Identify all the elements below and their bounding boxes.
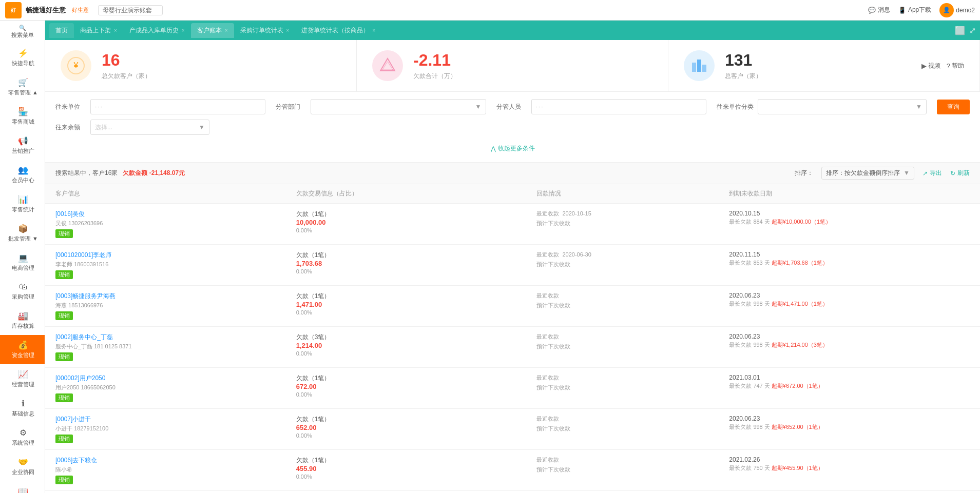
overdue-link-6[interactable]: 超期¥455.90（1笔） [772,465,823,471]
filter-supplier-label: 往来单位 [55,103,86,111]
stat-card-actions: ▶ 视频 ? 帮助 [921,62,964,70]
client-name-6[interactable]: [0006]去下粮仓 [55,456,296,465]
sidebar-item-search-menu[interactable]: 🔍 搜索菜单 [0,21,45,43]
sidebar-item-retail-mall[interactable]: 🏪 零售商城 [0,102,45,131]
message-icon-btn[interactable]: 💬 消息 [868,6,890,14]
filter-supplier-cat-label: 往来单位分类 [717,103,754,111]
sidebar-item-enterprise[interactable]: 🤝 企业协同 [0,452,45,481]
table-row[interactable]: [0016]吴俊 吴俊 13026203696 现销 欠款（1笔） 10,000… [45,204,980,245]
tab-customer-account-close[interactable]: × [225,28,228,33]
filter-balance: 往来余额 选择... ▼ [55,120,209,135]
recovery-next-0: 预计下次收款 [536,220,729,227]
sidebar-item-finance[interactable]: 💰 资金管理 [0,335,45,364]
overdue-link-4[interactable]: 超期¥672.00（1笔） [772,383,823,389]
sidebar-item-retail-mgmt[interactable]: 🛒 零售管理 ▲ [0,72,45,102]
recovery-label-5: 最近收款 [536,415,729,423]
client-name-2[interactable]: [0003]畅捷服务尹海燕 [55,292,296,301]
debt-amount-0[interactable]: 10,000.00 [296,219,537,226]
tab-product-history[interactable]: 产成品入库单历史 × [123,23,191,38]
table-row[interactable]: [0007]小进干 小进干 18279152100 现销 欠款（1笔） 652.… [45,409,980,450]
supplier-cat-select[interactable]: ▼ [758,99,927,114]
filter-manager: 分管人员 ··· [496,99,706,114]
expire-date-0: 2020.10.15 [729,210,970,217]
export-btn[interactable]: ↗ 导出 [923,169,942,178]
expire-info-2: 2020.06.23 最长欠款 998 天 超期¥1,471.00（1笔） [729,292,970,320]
table-row[interactable]: [0003]畅捷服务尹海燕 海燕 18513066976 现销 欠款（1笔） 1… [45,286,980,327]
debt-amount-4[interactable]: 672.00 [296,383,537,390]
sidebar-item-guide[interactable]: 📖 新手引导 [0,481,45,493]
collapse-icon: ⋀ [491,145,496,152]
app-download-btn[interactable]: 📱 App下载 [898,6,931,14]
client-name-5[interactable]: [0007]小进干 [55,415,296,424]
tab-inventory-stats-close[interactable]: × [372,28,375,33]
tab-inventory-stats[interactable]: 进货单统计表（按商品） × [295,23,381,38]
sidebar-item-quick-nav[interactable]: ⚡ 快捷导航 [0,43,45,72]
sidebar-item-label: 零售管理 ▲ [4,89,43,96]
sidebar-item-inventory[interactable]: 🏭 库存核算 [0,306,45,335]
dept-select[interactable]: ▼ [311,99,486,114]
tab-expand-btn[interactable]: ⤢ [969,26,976,35]
client-name-4[interactable]: [000002]用户2050 [55,374,296,383]
balance-chevron-icon: ▼ [199,124,205,131]
recovery-next-4: 预计下次收款 [536,384,729,391]
tab-restore-btn[interactable]: ⬜ [955,26,965,35]
manager-input[interactable]: ··· [531,99,706,114]
user-avatar-btn[interactable]: 👤 demo2 [939,3,975,17]
debt-amount-2[interactable]: 1,471.00 [296,301,537,308]
retail-stats-icon: 📊 [4,194,43,204]
tab-purchase-order-close[interactable]: × [286,28,290,33]
debt-ratio-0: 0.00% [296,227,537,233]
client-name-0[interactable]: [0016]吴俊 [55,210,296,219]
overdue-link-2[interactable]: 超期¥1,471.00（1笔） [772,301,828,307]
debt-ratio-4: 0.00% [296,391,537,398]
debt-amount-1[interactable]: 1,703.68 [296,260,537,267]
table-row[interactable]: [000001]黄思源 黄思源 13552700226 现销 欠款（1笔） 42… [45,491,980,493]
overdue-link-5[interactable]: 超期¥652.00（1笔） [772,424,823,430]
sidebar-item-ecommerce[interactable]: 💻 电商管理 [0,248,45,277]
balance-select[interactable]: 选择... ▼ [90,120,209,135]
sidebar-item-basic-info[interactable]: ℹ 基础信息 [0,393,45,423]
tab-purchase-order[interactable]: 采购订单统计表 × [234,23,296,38]
svg-rect-6 [702,65,706,72]
debt-amount-5[interactable]: 652.00 [296,424,537,431]
refresh-btn[interactable]: ↻ 刷新 [950,169,970,178]
tab-product-history-close[interactable]: × [182,28,185,33]
query-button[interactable]: 查询 [937,100,970,114]
sidebar-item-retail-stats[interactable]: 📊 零售统计 [0,189,45,219]
client-name-1[interactable]: [0001020001]李老师 [55,251,296,260]
help-icon: ? [947,62,950,70]
client-info-4: [000002]用户2050 用户2050 18665062050 现销 [55,374,296,402]
table-row[interactable]: [0002]服务中心_丁磊 服务中心_丁磊 181 0125 8371 现销 欠… [45,327,980,368]
sidebar-item-batch-mgmt[interactable]: 📦 批发管理 ▼ [0,219,45,248]
sidebar-item-marketing[interactable]: 📢 营销推广 [0,131,45,160]
overdue-link-3[interactable]: 超期¥1,214.00（3笔） [772,342,828,348]
tab-product-manage[interactable]: 商品上下架 × [74,23,123,38]
filter-row-2: 往来余额 选择... ▼ [55,120,970,135]
supplier-input[interactable]: ··· [90,99,265,114]
sidebar-item-label: 电商管理 [4,264,43,272]
collapse-btn[interactable]: ⋀ 收起更多条件 [55,142,970,155]
sort-select[interactable]: 排序：按欠款金额倒序排序 ▼ [821,167,914,180]
table-row[interactable]: [0006]去下粮仓 陈小希 现销 欠款（1笔） 455.90 0.00% 最近… [45,450,980,491]
debt-amount-6[interactable]: 455.90 [296,465,537,472]
tab-customer-account[interactable]: 客户账本 × [191,23,234,38]
sidebar-item-label: 基础信息 [4,410,43,418]
sidebar-item-system[interactable]: ⚙ 系统管理 [0,423,45,452]
table-row[interactable]: [000002]用户2050 用户2050 18665062050 现销 欠款（… [45,368,980,409]
sidebar-item-ops[interactable]: 📈 经营管理 [0,364,45,393]
header-client: 客户信息 [55,189,296,198]
sidebar-item-purchase[interactable]: 🛍 采购管理 [0,277,45,306]
overdue-link-0[interactable]: 超期¥10,000.00（1笔） [772,219,831,225]
stat-label-debt-total: 欠款合计（万） [413,72,456,81]
table-row[interactable]: [0001020001]李老师 李老师 18600391516 现销 欠款（1笔… [45,245,980,286]
video-link[interactable]: ▶ 视频 [921,62,940,70]
debt-amount-3[interactable]: 1,214.00 [296,342,537,349]
help-link[interactable]: ? 帮助 [947,62,964,70]
client-name-3[interactable]: [0002]服务中心_丁磊 [55,333,296,342]
tab-home[interactable]: 首页 [49,23,74,38]
env-selector[interactable]: 母婴行业演示账套 [98,5,163,15]
sub-brand[interactable]: 好生意 [72,6,89,14]
tab-product-manage-close[interactable]: × [114,28,117,33]
sidebar-item-member-center[interactable]: 👥 会员中心 [0,160,45,189]
overdue-link-1[interactable]: 超期¥1,703.68（1笔） [772,260,828,266]
